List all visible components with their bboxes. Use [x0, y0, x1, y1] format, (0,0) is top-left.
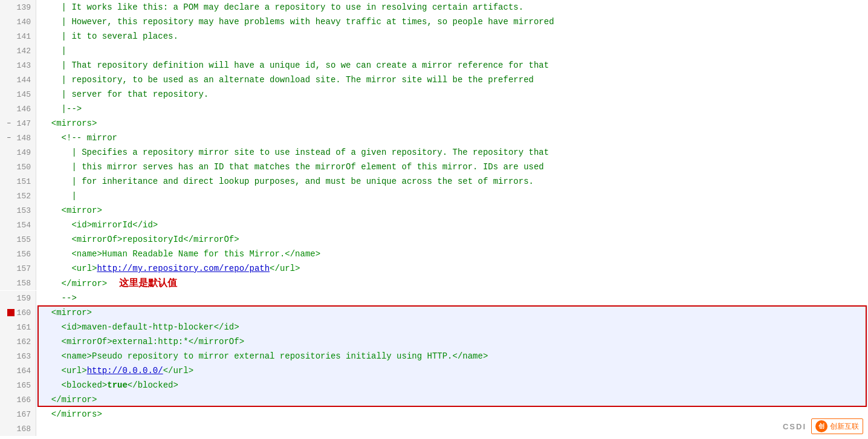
comment-text: --> — [62, 293, 77, 303]
line-content-158: </mirror>这里是默认值 — [36, 276, 868, 291]
line-content-143: | That repository definition will have a… — [36, 58, 868, 73]
line-content-151: | for inheritance and direct lookup purp… — [36, 174, 868, 189]
line-content-164: <url>http://0.0.0.0/</url> — [36, 363, 868, 378]
line-content-145: | server for that repository. — [36, 87, 868, 102]
comment-text: | repository, to be used as an alternate… — [41, 75, 534, 85]
line-number-157: 157 — [0, 261, 36, 276]
comment-text: | server for that repository. — [41, 89, 209, 99]
code-line-163: 163 <name>Pseudo repository to mirror ex… — [0, 349, 868, 363]
line-num-text: 140 — [17, 18, 31, 27]
watermark-logo-text: 创新互联 — [830, 421, 859, 432]
url-text: http://0.0.0.0/ — [87, 366, 163, 376]
annotation-text: 这里是默认值 — [119, 278, 177, 288]
error-icon — [7, 309, 15, 316]
line-number-162: 162 — [0, 334, 36, 349]
line-content-159: --> — [36, 291, 868, 305]
line-number-152: 152 — [0, 189, 36, 203]
line-num-text: 154 — [17, 221, 31, 230]
code-line-154: 154 <id>mirrorId</id> — [0, 218, 868, 232]
code-lines: 139 | It works like this: a POM may decl… — [0, 0, 868, 436]
line-number-142: 142 — [0, 44, 36, 58]
xml-tag: <blocked> — [62, 380, 108, 390]
xml-tag: </mirror> — [62, 279, 108, 288]
line-content-146: |--> — [36, 102, 868, 116]
line-num-text: 161 — [17, 323, 31, 332]
line-num-text: 144 — [17, 76, 31, 85]
line-content-154: <id>mirrorId</id> — [36, 218, 868, 232]
line-number-146: 146 — [0, 102, 36, 116]
line-content-149: | Specifies a repository mirror site to … — [36, 145, 868, 160]
comment-text: | That repository definition will have a… — [41, 60, 549, 70]
line-number-167: 167 — [0, 407, 36, 421]
xml-tag: </url> — [270, 264, 300, 273]
line-number-160: 160 — [0, 305, 36, 320]
line-num-text: 165 — [17, 381, 31, 390]
line-number-155: 155 — [0, 232, 36, 247]
code-line-167: 167 </mirrors> — [0, 407, 868, 421]
line-content-150: | this mirror serves has an ID that matc… — [36, 160, 868, 174]
line-content-155: <mirrorOf>repositoryId</mirrorOf> — [36, 232, 868, 247]
fold-icon[interactable]: − — [7, 120, 15, 127]
line-num-text: 158 — [17, 279, 31, 288]
line-num-text: 163 — [17, 352, 31, 361]
line-num-text: 155 — [17, 235, 31, 244]
line-number-164: 164 — [0, 363, 36, 378]
line-content-142: | — [36, 44, 868, 58]
line-number-150: 150 — [0, 160, 36, 174]
line-num-text: 139 — [17, 3, 31, 12]
code-line-146: 146 |--> — [0, 102, 868, 116]
comment-text: | — [41, 46, 66, 56]
line-num-text: 145 — [17, 90, 31, 99]
code-line-153: 153 <mirror> — [0, 203, 868, 218]
watermark-csdi-text: CSDI — [783, 422, 806, 431]
xml-tag: <name>Pseudo repository to mirror extern… — [62, 351, 488, 361]
xml-tag: </mirror> — [51, 395, 97, 405]
line-num-text: 157 — [17, 264, 31, 273]
code-line-144: 144 | repository, to be used as an alter… — [0, 73, 868, 87]
line-number-139: 139 — [0, 0, 36, 15]
line-num-text: 162 — [17, 337, 31, 346]
line-number-140: 140 — [0, 15, 36, 29]
code-line-139: 139 | It works like this: a POM may decl… — [0, 0, 868, 15]
comment-text: |--> — [41, 104, 82, 114]
line-number-163: 163 — [0, 349, 36, 363]
fold-icon[interactable]: − — [7, 134, 15, 141]
line-num-text: 152 — [17, 192, 31, 201]
line-content-163: <name>Pseudo repository to mirror extern… — [36, 349, 868, 363]
xml-tag: <mirrorOf>repositoryId</mirrorOf> — [71, 235, 239, 244]
watermark-logo: 创 创新互联 — [811, 418, 863, 434]
line-num-text: 156 — [17, 250, 31, 259]
line-content-167: </mirrors> — [36, 407, 868, 421]
line-content-139: | It works like this: a POM may declare … — [36, 0, 868, 15]
line-content-153: <mirror> — [36, 203, 868, 218]
line-number-168: 168 — [0, 421, 36, 436]
line-number-159: 159 — [0, 291, 36, 305]
code-line-152: 152 | — [0, 189, 868, 203]
line-number-156: 156 — [0, 247, 36, 261]
line-number-145: 145 — [0, 87, 36, 102]
url-text: http://my.repository.com/repo/path — [97, 264, 270, 273]
line-num-text: 160 — [17, 308, 31, 317]
line-number-153: 153 — [0, 203, 36, 218]
line-number-144: 144 — [0, 73, 36, 87]
line-content-160: <mirror> — [36, 305, 868, 320]
code-line-168: 168 — [0, 421, 868, 436]
code-line-140: 140 | However, this repository may have … — [0, 15, 868, 29]
xml-tag: <url> — [71, 264, 97, 273]
comment-text: | it to several places. — [41, 31, 178, 41]
code-line-150: 150 | this mirror serves has an ID that … — [0, 160, 868, 174]
line-content-162: <mirrorOf>external:http:*</mirrorOf> — [36, 334, 868, 349]
code-line-166: 166 </mirror> — [0, 392, 868, 407]
line-content-161: <id>maven-default-http-blocker</id> — [36, 320, 868, 334]
comment-text: | for inheritance and direct lookup purp… — [41, 177, 534, 186]
line-num-text: 149 — [17, 148, 31, 157]
line-number-166: 166 — [0, 392, 36, 407]
line-number-158: 158 — [0, 276, 36, 290]
line-number-141: 141 — [0, 29, 36, 44]
xml-tag: <id>maven-default-http-blocker</id> — [62, 322, 239, 332]
code-line-161: 161 <id>maven-default-http-blocker</id> — [0, 320, 868, 334]
line-content-156: <name>Human Readable Name for this Mirro… — [36, 247, 868, 261]
line-number-148: −148 — [0, 131, 36, 145]
line-content-141: | it to several places. — [36, 29, 868, 44]
xml-tag: <mirrorOf>external:http:*</mirrorOf> — [62, 337, 244, 346]
